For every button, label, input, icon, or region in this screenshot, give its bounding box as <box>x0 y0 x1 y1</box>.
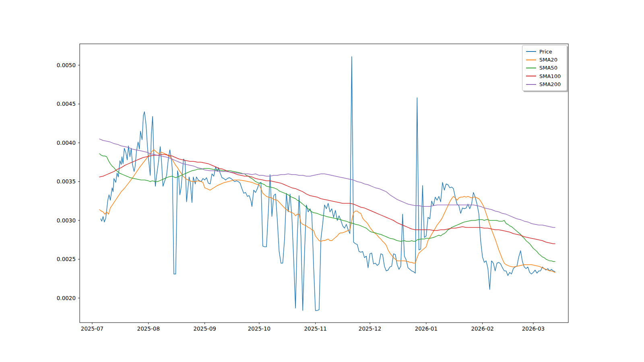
x-tick-label: 2026-01 <box>415 325 438 332</box>
chart-figure: 2025-072025-082025-092025-102025-112025-… <box>0 0 644 362</box>
legend-item-sma100: SMA100 <box>526 72 564 80</box>
legend-label: Price <box>539 49 552 55</box>
legend-item-sma200: SMA200 <box>526 80 564 88</box>
plot-frame <box>80 44 568 323</box>
x-tick-label: 2026-02 <box>471 325 493 332</box>
price-line <box>101 57 555 311</box>
x-tick-label: 2026-03 <box>522 325 545 332</box>
y-tick-label: 0.0025 <box>57 256 76 262</box>
y-tick-label: 0.0035 <box>57 178 76 185</box>
legend-label: SMA50 <box>539 65 557 71</box>
legend-item-price: Price <box>526 47 564 56</box>
legend-swatch-sma20 <box>526 60 536 60</box>
legend-swatch-price <box>526 51 536 52</box>
legend-label: SMA200 <box>539 81 561 87</box>
legend-swatch-sma50 <box>526 68 536 68</box>
x-tick-label: 2025-09 <box>193 325 216 332</box>
x-tick-label: 2025-08 <box>137 325 160 332</box>
y-tick-label: 0.0030 <box>57 217 76 224</box>
legend-item-sma50: SMA50 <box>526 64 564 72</box>
series-lines <box>99 57 555 311</box>
y-axis: 0.00200.00250.00300.00350.00400.00450.00… <box>57 62 80 301</box>
legend-swatch-sma100 <box>526 76 536 76</box>
sma200-line <box>99 139 555 227</box>
legend-label: SMA100 <box>539 73 561 79</box>
legend-swatch-sma200 <box>526 84 536 85</box>
x-tick-label: 2025-11 <box>304 325 327 332</box>
y-tick-label: 0.0050 <box>57 62 76 68</box>
y-tick-label: 0.0045 <box>57 101 76 107</box>
x-tick-label: 2025-12 <box>359 325 381 332</box>
plot-border <box>80 44 568 323</box>
legend-label: SMA20 <box>539 57 557 63</box>
x-axis: 2025-072025-082025-092025-102025-112025-… <box>81 323 545 332</box>
y-tick-label: 0.0040 <box>57 140 76 146</box>
legend: PriceSMA20SMA50SMA100SMA200 <box>522 45 567 91</box>
sma100-line <box>99 154 555 244</box>
y-tick-label: 0.0020 <box>57 295 76 301</box>
legend-item-sma20: SMA20 <box>526 56 564 64</box>
x-tick-label: 2025-07 <box>81 325 103 332</box>
sma20-line <box>99 150 555 272</box>
sma50-line <box>99 154 555 261</box>
x-tick-label: 2025-10 <box>248 325 270 332</box>
